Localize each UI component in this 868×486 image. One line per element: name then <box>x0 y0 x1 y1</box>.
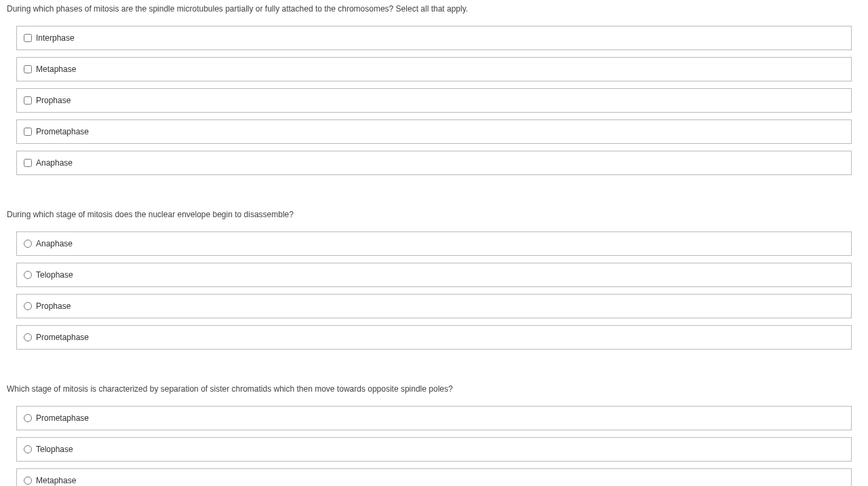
option-label: Anaphase <box>36 239 73 248</box>
question-prompt: During which phases of mitosis are the s… <box>0 0 868 26</box>
option-label: Prometaphase <box>36 127 89 136</box>
option-label: Prometaphase <box>36 333 89 342</box>
option-label: Metaphase <box>36 476 76 485</box>
options-container: Anaphase Telophase Prophase Prometaphase <box>0 231 868 350</box>
option-row-telophase[interactable]: Telophase <box>16 263 852 287</box>
question-block-2: During which stage of mitosis does the n… <box>0 206 868 350</box>
option-row-anaphase[interactable]: Anaphase <box>16 231 852 256</box>
question-prompt: During which stage of mitosis does the n… <box>0 206 868 231</box>
option-label: Prophase <box>36 301 71 311</box>
option-row-telophase[interactable]: Telophase <box>16 437 852 462</box>
option-row-prometaphase[interactable]: Prometaphase <box>16 119 852 144</box>
checkbox-anaphase[interactable] <box>24 159 32 167</box>
option-row-prometaphase[interactable]: Prometaphase <box>16 325 852 350</box>
option-label: Telophase <box>36 445 73 454</box>
radio-anaphase[interactable] <box>24 240 32 248</box>
option-label: Prometaphase <box>36 413 89 423</box>
checkbox-prometaphase[interactable] <box>24 128 32 136</box>
checkbox-interphase[interactable] <box>24 34 32 42</box>
option-row-metaphase[interactable]: Metaphase <box>16 468 852 486</box>
option-row-metaphase[interactable]: Metaphase <box>16 57 852 81</box>
option-row-prophase[interactable]: Prophase <box>16 88 852 113</box>
question-prompt: Which stage of mitosis is characterized … <box>0 380 868 406</box>
radio-prophase[interactable] <box>24 302 32 310</box>
checkbox-prophase[interactable] <box>24 96 32 105</box>
question-block-3: Which stage of mitosis is characterized … <box>0 380 868 486</box>
options-container: Prometaphase Telophase Metaphase <box>0 406 868 486</box>
option-label: Anaphase <box>36 158 73 168</box>
radio-telophase[interactable] <box>24 271 32 279</box>
option-label: Telophase <box>36 270 73 280</box>
radio-metaphase[interactable] <box>24 476 32 485</box>
checkbox-metaphase[interactable] <box>24 65 32 73</box>
option-row-interphase[interactable]: Interphase <box>16 26 852 50</box>
option-row-prometaphase[interactable]: Prometaphase <box>16 406 852 430</box>
question-block-1: During which phases of mitosis are the s… <box>0 0 868 175</box>
radio-prometaphase[interactable] <box>24 333 32 341</box>
option-row-anaphase[interactable]: Anaphase <box>16 151 852 175</box>
radio-prometaphase[interactable] <box>24 414 32 422</box>
option-label: Metaphase <box>36 64 76 74</box>
option-label: Interphase <box>36 33 75 43</box>
option-label: Prophase <box>36 96 71 105</box>
option-row-prophase[interactable]: Prophase <box>16 294 852 318</box>
radio-telophase[interactable] <box>24 445 32 453</box>
options-container: Interphase Metaphase Prophase Prometapha… <box>0 26 868 175</box>
